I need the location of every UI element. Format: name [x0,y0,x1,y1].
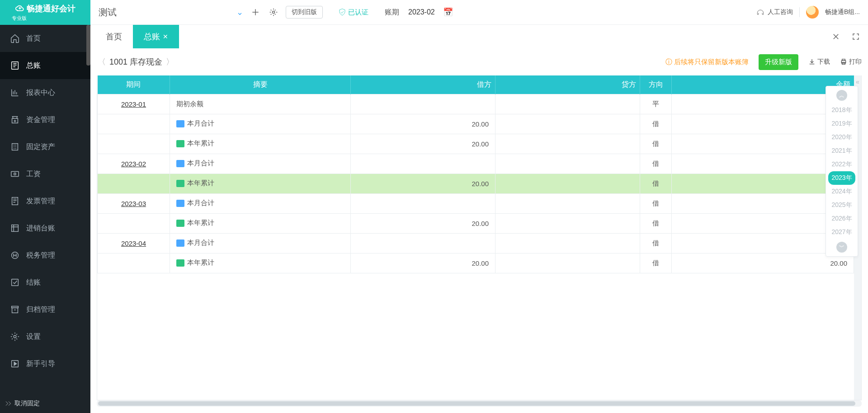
svg-rect-0 [12,62,19,70]
tab-0[interactable]: 首页 [95,25,133,48]
sidebar-item-archive[interactable]: 归档管理 [0,296,90,323]
table-cell [495,174,640,194]
settings-button[interactable] [268,6,279,18]
col-header: 摘要 [170,75,351,94]
table-cell: 20.00 [351,134,495,154]
year-down[interactable]: ︾ [836,242,847,253]
year-item[interactable]: 2019年 [828,117,855,131]
sidebar-item-gear[interactable]: 设置 [0,323,90,350]
year-item[interactable]: 2025年 [828,198,855,212]
consult-button[interactable]: 人工咨询 [756,8,793,17]
close-tab-button[interactable] [829,30,843,43]
info-icon: ⓘ [665,58,672,66]
period-link[interactable]: 2023-04 [121,239,146,247]
invoice-icon [10,196,20,206]
sidebar-item-label: 进销台账 [26,224,55,233]
chart-icon [10,88,20,98]
table-cell [495,154,640,174]
avatar[interactable] [806,6,819,19]
period-value: 2023-02 [408,8,435,16]
table-cell [495,94,640,114]
table-cell [98,134,170,154]
table-cell: 本月合计 [170,114,351,134]
company-select[interactable]: 测试 ⌄ [99,6,243,19]
scrollbar-thumb[interactable] [98,401,855,406]
sidebar-item-label: 总账 [26,61,41,70]
table-cell [98,214,170,234]
year-item[interactable]: 2027年 [828,225,855,239]
sidebar-item-invoice[interactable]: 发票管理 [0,188,90,215]
sidebar-item-home[interactable]: 首页 [0,25,90,52]
col-header: 贷方 [495,75,640,94]
gear-icon [10,332,20,342]
prev-account[interactable]: 〈 [97,56,107,67]
sidebar-item-money[interactable]: 资金管理 [0,106,90,133]
summary-icon [176,259,184,267]
year-item[interactable]: 2020年 [828,131,855,144]
sidebar-item-salary[interactable]: 工资 [0,160,90,188]
table-cell: 借 [640,214,672,234]
year-panel: ︽ 2018年2019年2020年2021年2022年2023年2024年202… [826,86,858,257]
calendar-icon[interactable]: 📅 [443,7,453,17]
sidebar-item-check[interactable]: 结账 [0,269,90,296]
fullscreen-button[interactable] [849,30,863,43]
table-row: 2023-04本月合计借20.00 [98,234,854,253]
table-cell: 本年累计 [170,134,351,154]
table-cell: 本月合计 [170,234,351,253]
download-button[interactable]: 下载 [808,58,830,66]
table-cell: 本年累计 [170,174,351,194]
sidebar-unpin[interactable]: 取消固定 [0,396,90,413]
brand-subtitle: 专业版 [12,15,27,22]
sidebar-item-ledger[interactable]: 总账 [0,52,90,79]
sidebar-item-chart[interactable]: 报表中心 [0,79,90,106]
verified-label: 已认证 [348,8,368,17]
building-icon [10,142,20,152]
sidebar-item-book[interactable]: 进销台账 [0,215,90,242]
verified-badge: 已认证 [338,8,368,17]
print-button[interactable]: 打印 [840,58,862,66]
home-icon [10,33,20,43]
period-link[interactable]: 2023-03 [121,200,146,207]
sidebar-item-label: 归档管理 [26,305,55,314]
table-row: 本年累计20.00借20.00 [98,174,854,194]
username[interactable]: 畅捷通B组... [825,8,860,16]
horizontal-scrollbar[interactable] [97,400,862,407]
add-button[interactable] [250,6,261,18]
summary-icon [176,200,184,207]
col-header: 方向 [640,75,672,94]
next-account[interactable]: 〉 [165,56,175,67]
money-icon [10,115,20,125]
year-item[interactable]: 2022年 [828,158,855,171]
year-item[interactable]: 2026年 [828,212,855,225]
summary-icon [176,180,184,187]
year-item[interactable]: 2021年 [828,144,855,158]
brand-title: 畅捷通好会计 [27,3,75,14]
year-item[interactable]: 2023年 [828,171,855,185]
table-cell [98,114,170,134]
table-row: 2023-02本月合计借20.00 [98,154,854,174]
period-link[interactable]: 2023-01 [121,100,146,108]
table-cell [495,134,640,154]
period-label: 账期 [385,8,399,17]
table-cell: 借 [640,134,672,154]
tab-1[interactable]: 总账✕ [133,25,179,48]
sidebar-item-tax[interactable]: 税务管理 [0,242,90,269]
sidebar-item-play[interactable]: 新手引导 [0,350,90,377]
period-link[interactable]: 2023-02 [121,160,146,168]
tab-close-icon[interactable]: ✕ [163,33,168,40]
sidebar-item-building[interactable]: 固定资产 [0,133,90,160]
switch-old-version[interactable]: 切到旧版 [286,6,323,19]
year-up[interactable]: ︽ [836,90,847,101]
upgrade-button[interactable]: 升级新版 [759,54,798,70]
summary-icon [176,239,184,247]
svg-rect-9 [12,308,18,313]
year-item[interactable]: 2018年 [828,103,855,117]
page-header: 〈 1001 库存现金 〉 ⓘ 后续将只保留新版本账簿 升级新版 下载 [97,48,862,75]
table-cell: 20.00 [351,214,495,234]
sidebar-scrollbar[interactable] [86,25,90,66]
table-cell [495,253,640,273]
sidebar: 首页总账报表中心资金管理固定资产工资发票管理进销台账税务管理结账归档管理设置新手… [0,0,90,413]
table-cell: 2023-01 [98,94,170,114]
year-item[interactable]: 2024年 [828,185,855,198]
svg-rect-14 [842,59,845,61]
